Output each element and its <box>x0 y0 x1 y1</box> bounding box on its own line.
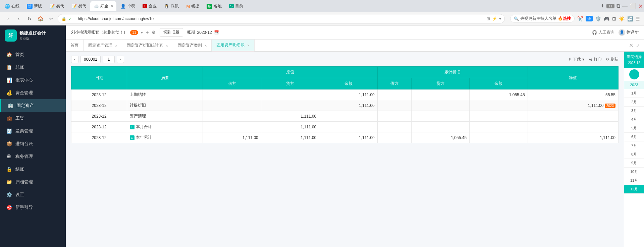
reload-button[interactable]: ↻ <box>25 15 34 23</box>
restore-window-button[interactable]: ⧉ <box>616 3 620 9</box>
download-button[interactable]: ⬇ 下载 ▾ <box>568 57 584 62</box>
browser-tab-9[interactable]: M 畅捷 <box>183 1 203 11</box>
period-label: 账期 <box>187 29 195 35</box>
scissors-icon[interactable]: ✂️ <box>577 16 583 21</box>
switch-version-button[interactable]: 切到旧版 <box>160 28 183 37</box>
sidebar-item-inventory[interactable]: 📦 进销台账 <box>0 137 66 150</box>
period-month-12[interactable]: 12月 <box>624 185 644 194</box>
report-icon: 📊 <box>6 77 12 83</box>
tab-detail-close[interactable]: × <box>247 43 249 47</box>
browser-tab-7[interactable]: C 企业 <box>139 1 160 11</box>
browser-tab-2[interactable]: 新 新版 <box>23 1 45 11</box>
tab-category-close[interactable]: × <box>205 44 207 48</box>
shield-icon[interactable]: 🛡️ <box>595 16 601 21</box>
sidebar-item-invoice-label: 发票管理 <box>15 128 33 134</box>
period-month-10[interactable]: 10月 <box>624 168 644 176</box>
search-bar[interactable]: 🔍 央视更新主持人名单 🔥热搜 <box>510 15 575 22</box>
refresh-button[interactable]: ↻ 刷新 <box>606 57 619 62</box>
game-icon[interactable]: 🎮 <box>604 16 609 21</box>
maximize-tab-button[interactable]: ⤢ <box>636 43 640 48</box>
th-dep-credit: 贷方 <box>411 78 470 89</box>
sidebar-item-close[interactable]: 🔒 结账 <box>0 163 66 176</box>
period-month-2[interactable]: 2月 <box>624 98 644 107</box>
back-button[interactable]: ‹ <box>4 15 12 23</box>
calendar-icon[interactable]: 📅 <box>214 30 219 35</box>
browser-tab-1[interactable]: 🌐 在线 <box>1 1 23 11</box>
tab-depreciation-close[interactable]: × <box>166 44 168 48</box>
period-month-1[interactable]: 1月 <box>624 89 644 98</box>
period-month-4[interactable]: 4月 <box>624 115 644 124</box>
page-number-input[interactable] <box>103 56 115 63</box>
browser-tab-5-close[interactable]: × <box>111 4 113 8</box>
dropdown-icon[interactable]: ▾ <box>499 16 501 21</box>
cell-date: 2023-12 <box>71 111 127 122</box>
tab-home[interactable]: 首页 <box>66 40 84 52</box>
period-year-2023[interactable]: 2023 <box>624 81 644 89</box>
period-month-5[interactable]: 5月 <box>624 124 644 133</box>
sidebar-item-payroll[interactable]: 💼 工资 <box>0 112 66 125</box>
support-button[interactable]: 🎧 人工咨询 <box>592 29 614 35</box>
tab-category[interactable]: 固定资产类别 × <box>173 40 212 52</box>
tab-fixed-mgmt-close[interactable]: × <box>115 44 117 48</box>
tab-detail[interactable]: 固定资产明细账 × <box>212 40 254 52</box>
download-dropdown-icon[interactable]: ▾ <box>582 57 584 62</box>
period-month-9[interactable]: 9月 <box>624 159 644 168</box>
cell-orig-balance <box>319 111 378 122</box>
sidebar-item-guide[interactable]: 🎯 新手引导 <box>0 201 66 214</box>
cell-orig-balance: 1,111.00 <box>319 89 378 100</box>
sidebar-item-ledger[interactable]: 📋 总账 <box>0 61 66 74</box>
cell-dep-balance <box>470 100 528 111</box>
qr-icon[interactable]: ⊞ <box>487 16 490 21</box>
sidebar-item-invoice[interactable]: 🧾 发票管理 <box>0 125 66 137</box>
home-button[interactable]: 🏠 <box>36 15 44 23</box>
dropdown-arrow-icon[interactable]: ▾ <box>141 30 143 35</box>
verified-icon: ✓ <box>68 16 72 21</box>
sidebar-item-settings[interactable]: ⚙️ 设置 <box>0 188 66 201</box>
tab-close-all: ✕ ⤢ <box>625 42 644 49</box>
sidebar-item-fixed[interactable]: 🏢 固定资产 <box>0 99 66 112</box>
close-all-button[interactable]: ✕ <box>629 42 633 49</box>
cell-orig-debit <box>203 122 261 132</box>
sidebar-item-home[interactable]: 🏠 首页 <box>0 48 66 61</box>
tab-depreciation[interactable]: 固定资产折旧统计表 × <box>122 40 173 52</box>
period-month-8[interactable]: 8月 <box>624 150 644 159</box>
minimize-button[interactable]: — <box>622 3 628 9</box>
forward-button[interactable]: › <box>15 15 23 23</box>
browser-tab-8[interactable]: 🐧 腾讯 <box>161 1 182 11</box>
bookmark-button[interactable]: ☆ <box>47 15 55 23</box>
translate-icon[interactable]: 译 <box>586 16 593 21</box>
sidebar-item-tax[interactable]: 🏛 税务管理 <box>0 150 66 163</box>
sidebar-item-fund[interactable]: 💰 资金管理 <box>0 86 66 99</box>
sun-icon[interactable]: ☀️ <box>619 16 625 21</box>
period-month-7[interactable]: 7月 <box>624 141 644 150</box>
maximize-button[interactable]: ⬜ <box>630 3 636 9</box>
tab-fixed-mgmt[interactable]: 固定资产管理 × <box>84 40 122 52</box>
menu-icon[interactable]: ☰ <box>636 16 640 21</box>
settings-small-icon[interactable]: ⚙ <box>152 30 156 35</box>
period-month-3[interactable]: 3月 <box>624 107 644 115</box>
browser-tab-11[interactable]: S 目前 <box>226 1 246 11</box>
account-code-input[interactable] <box>80 56 101 63</box>
sidebar-item-archive[interactable]: 📁 归档管理 <box>0 176 66 188</box>
address-input[interactable] <box>74 14 485 23</box>
th-summary: 摘要 <box>127 67 203 89</box>
cell-dep-debit <box>377 100 411 111</box>
undo-icon[interactable]: ↩️ <box>627 16 633 21</box>
browser-tab-3[interactable]: 📝 易代 <box>46 1 67 11</box>
add-account-button[interactable]: + <box>146 29 149 36</box>
browser-tab-10[interactable]: 各 各地 <box>203 1 225 11</box>
prev-page-button[interactable]: ‹ <box>71 56 78 63</box>
browser-tab-4[interactable]: 📝 易代 <box>68 1 90 11</box>
new-tab-button[interactable]: + <box>601 3 604 10</box>
close-window-button[interactable]: ✕ <box>638 3 643 9</box>
browser-tab-5[interactable]: ☁️ 好企 × <box>90 1 116 11</box>
flash-icon[interactable]: ⚡ <box>492 16 497 21</box>
period-month-11[interactable]: 11月 <box>624 176 644 185</box>
period-up-button[interactable]: ↑ <box>629 69 639 79</box>
grid-icon[interactable]: ⊞ <box>612 16 616 21</box>
print-button[interactable]: 🖨 打印 <box>588 57 602 62</box>
next-page-button[interactable]: › <box>117 56 124 63</box>
sidebar-item-report[interactable]: 📊 报表中心 <box>0 74 66 86</box>
period-month-6[interactable]: 6月 <box>624 133 644 141</box>
browser-tab-6[interactable]: 👤 个税 <box>117 1 139 11</box>
